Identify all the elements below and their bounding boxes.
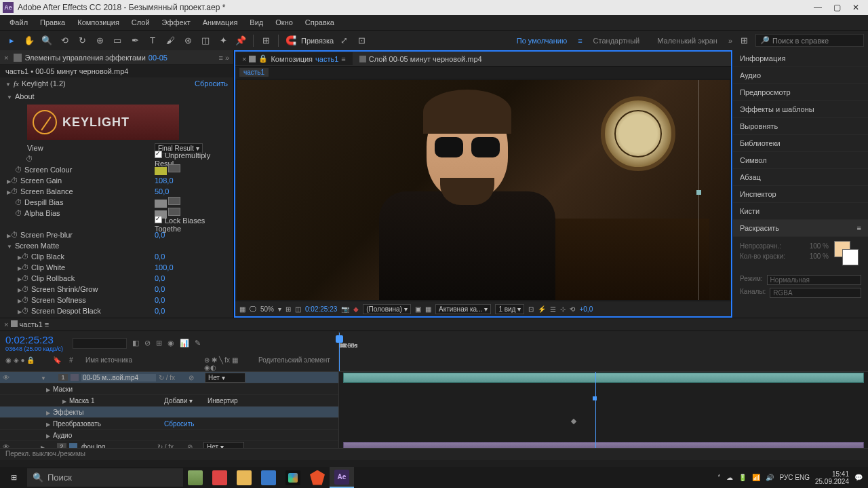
lock-biases-checkbox[interactable] bbox=[155, 216, 162, 223]
matte-twisty[interactable] bbox=[7, 242, 12, 250]
param-value[interactable]: 100,0 bbox=[155, 263, 229, 271]
close-icon[interactable]: × bbox=[242, 55, 246, 63]
stopwatch-icon[interactable]: ⏱ bbox=[22, 252, 30, 261]
channels-dropdown[interactable]: RGBA bbox=[770, 288, 861, 298]
timeline-timecode[interactable]: 0:02:25:23 bbox=[5, 334, 63, 345]
taskbar-app-1[interactable] bbox=[183, 467, 208, 488]
param-value[interactable]: 0,0 bbox=[155, 296, 229, 304]
layer-switches[interactable]: ↻ / fx bbox=[157, 443, 184, 449]
stopwatch-icon[interactable]: ⏱ bbox=[22, 274, 30, 282]
clone-tool[interactable]: ⊛ bbox=[180, 33, 195, 48]
lock-icon[interactable]: 🔒 bbox=[258, 54, 268, 63]
color-swatches[interactable] bbox=[834, 241, 861, 268]
menu-Вид[interactable]: Вид bbox=[244, 16, 269, 29]
puppet-tool[interactable]: 📌 bbox=[233, 33, 248, 48]
panel-Раскрасить[interactable]: Раскрасить≡ bbox=[733, 220, 868, 237]
stopwatch-icon[interactable]: ⏱ bbox=[11, 176, 19, 185]
tray-cloud-icon[interactable]: ☁ bbox=[726, 474, 733, 481]
layer-twisty[interactable] bbox=[41, 374, 46, 381]
tray-battery-icon[interactable]: 🔋 bbox=[738, 474, 747, 481]
visibility-icon[interactable]: 👁 bbox=[3, 374, 12, 381]
tray-notifications-icon[interactable]: 💬 bbox=[854, 474, 863, 481]
hand-tool[interactable]: ✋ bbox=[22, 33, 37, 48]
panel-Символ[interactable]: Символ bbox=[733, 152, 868, 169]
workspace-small[interactable]: Маленький экран bbox=[650, 35, 724, 47]
effect-controls-tab[interactable]: × Элементы управления эффектами 00-05 ≡ … bbox=[0, 50, 233, 65]
snap-label[interactable]: Привязка bbox=[301, 37, 334, 45]
layer-row[interactable]: 👁2фон.jpg↻ / fx⊘Нет ▾ bbox=[0, 441, 338, 448]
stopwatch-icon[interactable]: ⏱ bbox=[22, 296, 30, 304]
effect-reset[interactable]: Сбросить bbox=[195, 79, 228, 88]
menu-Правка[interactable]: Правка bbox=[35, 16, 71, 29]
zoom-tool[interactable]: 🔍 bbox=[39, 33, 54, 48]
help-search[interactable]: 🔎 Поиск в справке bbox=[755, 34, 864, 47]
taskbar-app-3[interactable] bbox=[256, 467, 281, 488]
panel-Кисти[interactable]: Кисти bbox=[733, 203, 868, 220]
parent-link-icon[interactable]: ⊘ bbox=[189, 374, 202, 381]
stopwatch-icon[interactable]: ⏱ bbox=[26, 155, 34, 163]
taskbar-after-effects[interactable]: Ae bbox=[330, 467, 354, 488]
tray-language[interactable]: РУС ENG bbox=[779, 474, 809, 481]
stopwatch-icon[interactable]: ⏱ bbox=[22, 307, 30, 315]
track-playhead[interactable] bbox=[595, 372, 596, 448]
layer-property-row[interactable]: Аудио bbox=[0, 430, 338, 441]
local-axis-icon[interactable]: ⊞ bbox=[258, 33, 273, 48]
param-value[interactable]: 0,0 bbox=[155, 252, 229, 261]
views-dropdown[interactable]: 1 вид ▾ bbox=[495, 304, 524, 314]
roto-tool[interactable]: ✦ bbox=[216, 33, 231, 48]
guides-icon[interactable]: ◫ bbox=[295, 305, 301, 313]
panel-icon[interactable]: ⊞ bbox=[736, 33, 751, 48]
start-button[interactable]: ⊞ bbox=[0, 467, 27, 488]
panel-Выровнять[interactable]: Выровнять bbox=[733, 118, 868, 135]
panel-Инспектор[interactable]: Инспектор bbox=[733, 186, 868, 203]
param-value[interactable]: 108,0 bbox=[155, 176, 229, 185]
close-icon[interactable]: × bbox=[4, 54, 8, 62]
viewer-timecode[interactable]: 0:02:25:23 bbox=[305, 305, 337, 313]
menu-Справка[interactable]: Справка bbox=[300, 16, 340, 29]
brush-tool[interactable]: 🖌 bbox=[163, 33, 178, 48]
tray-chevron-icon[interactable]: ˄ bbox=[717, 474, 721, 481]
param-value[interactable]: 0,0 bbox=[155, 307, 229, 315]
layer-row[interactable]: 👁100-05 м...вой.mp4↻ / fx⊘Нет ▾ bbox=[0, 372, 338, 383]
taskbar-app-4[interactable] bbox=[281, 467, 305, 488]
panel-Аудио[interactable]: Аудио bbox=[733, 67, 868, 84]
visibility-icon[interactable]: 👁 bbox=[3, 443, 12, 449]
twisty[interactable] bbox=[46, 386, 50, 393]
stopwatch-icon[interactable]: ⏱ bbox=[11, 187, 19, 195]
layer-switches[interactable]: ↻ / fx bbox=[159, 374, 186, 381]
track-layer-2[interactable] bbox=[343, 442, 864, 448]
graph-icon[interactable]: 📊 bbox=[180, 339, 189, 348]
close-button[interactable]: ✕ bbox=[846, 1, 865, 14]
stopwatch-icon[interactable]: ⏱ bbox=[22, 285, 30, 293]
shy-icon[interactable]: ⊘ bbox=[144, 339, 151, 348]
timeline-tab[interactable]: × часть1 ≡ bbox=[0, 318, 868, 331]
mode-cell[interactable]: Сбросить bbox=[164, 420, 205, 428]
resolution-dropdown[interactable]: (Половина) ▾ bbox=[363, 304, 411, 314]
minimize-button[interactable]: — bbox=[808, 1, 827, 14]
twisty[interactable] bbox=[62, 397, 66, 405]
parent-dropdown[interactable]: Нет ▾ bbox=[203, 442, 244, 449]
snapshot-icon[interactable]: 📷 bbox=[341, 305, 349, 313]
panel-Абзац[interactable]: Абзац bbox=[733, 169, 868, 186]
panel-Информация[interactable]: Информация bbox=[733, 50, 868, 67]
layer-property-row[interactable]: Маска 1Добави ▾Инвертир bbox=[0, 395, 338, 407]
col-source[interactable]: Имя источника bbox=[85, 356, 197, 371]
layer-name[interactable]: 00-05 м...вой.mp4 bbox=[81, 374, 156, 381]
marker[interactable] bbox=[593, 396, 597, 400]
rotate-tool[interactable]: ↻ bbox=[75, 33, 90, 48]
taskbar-app-2[interactable] bbox=[208, 467, 232, 488]
menu-Анимация[interactable]: Анимация bbox=[197, 16, 243, 29]
twisty[interactable] bbox=[46, 420, 50, 428]
camera-dropdown[interactable]: Активная ка... ▾ bbox=[435, 304, 491, 314]
zoom-value[interactable]: 50% bbox=[260, 305, 274, 313]
anchor-tool[interactable]: ⊕ bbox=[92, 33, 107, 48]
menu-Слой[interactable]: Слой bbox=[126, 16, 155, 29]
tray-wifi-icon[interactable]: 📶 bbox=[752, 474, 760, 481]
about-twisty[interactable] bbox=[7, 92, 12, 100]
fast-preview-icon[interactable]: ⚡ bbox=[538, 305, 546, 313]
taskbar-file-explorer[interactable] bbox=[232, 467, 256, 488]
menu-Файл[interactable]: Файл bbox=[4, 16, 33, 29]
layer-twisty[interactable] bbox=[41, 443, 45, 449]
playhead[interactable] bbox=[339, 333, 340, 371]
param-value[interactable] bbox=[155, 197, 229, 207]
